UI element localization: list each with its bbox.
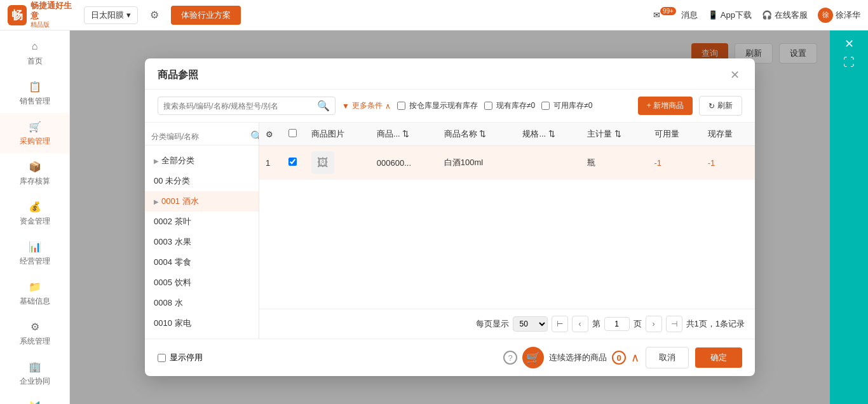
col-unit[interactable]: 主计量 ⇅ xyxy=(581,123,648,146)
available-ne0-checkbox-group: 可用库存≠0 xyxy=(541,100,592,111)
cat-item-0008[interactable]: 0008 水 xyxy=(145,293,259,313)
content-area: 查询 刷新 设置 商品参照 ✕ 🔍 ▼ xyxy=(70,30,830,404)
sort-icon-name: ⇅ xyxy=(479,129,486,138)
cat-item-0005[interactable]: 0005 饮料 xyxy=(145,273,259,293)
system-icon: ⚙ xyxy=(28,320,42,333)
total-info: 共1页，1条记录 xyxy=(686,318,745,330)
messages-btn[interactable]: ✉ 99+ 消息 xyxy=(653,10,698,21)
col-code[interactable]: 商品... ⇅ xyxy=(370,123,438,146)
pagination-row: 每页显示 50 20 100 ⊢ ‹ 第 页 › xyxy=(259,309,755,339)
store-dropdown[interactable]: 日太阳膜 ▾ xyxy=(84,6,138,24)
sidebar-item-enterprise[interactable]: 🏢 企业协同 xyxy=(0,353,69,393)
headset-icon: 🎧 xyxy=(762,10,772,20)
cat-arrow-all: ▶ xyxy=(154,158,159,165)
add-product-btn[interactable]: + 新增商品 xyxy=(638,97,693,115)
settings-icon[interactable]: ⚙ xyxy=(144,5,165,25)
stock-ne0-checkbox[interactable] xyxy=(484,102,492,110)
col-name[interactable]: 商品名称 ⇅ xyxy=(438,123,517,146)
main-layout: ⌂ 首页 📋 销售管理 🛒 采购管理 📦 库存核算 💰 资金管理 📊 经营管理 … xyxy=(0,30,868,404)
chevron-up-icon: ∧ xyxy=(385,102,391,111)
cat-item-all[interactable]: ▶ 全部分类 xyxy=(145,151,259,171)
col-spec[interactable]: 规格... ⇅ xyxy=(516,123,581,146)
page-input[interactable] xyxy=(604,317,630,331)
avatar: 徐 xyxy=(818,8,833,23)
col-image: 商品图片 xyxy=(305,123,370,146)
filter-btn[interactable]: ▼ 更多条件 ∧ xyxy=(342,100,391,111)
warehouse-checkbox[interactable] xyxy=(397,102,405,110)
product-modal: 商品参照 ✕ 🔍 ▼ 更多条件 ∧ 按仓 xyxy=(145,58,755,376)
sidebar-item-finance[interactable]: 💰 资金管理 xyxy=(0,193,69,233)
show-disabled-checkbox[interactable] xyxy=(158,354,166,362)
available-ne0-checkbox[interactable] xyxy=(541,102,550,110)
search-input[interactable] xyxy=(163,102,313,111)
cancel-btn[interactable]: 取消 xyxy=(646,347,689,368)
sidebar-item-system[interactable]: ⚙ 系统管理 xyxy=(0,313,69,353)
sidebar-item-inventory[interactable]: 📦 库存核算 xyxy=(0,153,69,193)
sidebar-label-finance: 资金管理 xyxy=(20,216,50,227)
search-icon[interactable]: 🔍 xyxy=(317,100,330,112)
app-download-label: App下载 xyxy=(721,10,752,21)
modal-toolbar: 🔍 ▼ 更多条件 ∧ 按仓库显示现有库存 现有库存≠0 xyxy=(145,90,755,123)
modal-close-button[interactable]: ✕ xyxy=(727,67,742,83)
cat-item-0001[interactable]: ▶ 0001 酒水 xyxy=(145,191,259,212)
cat-item-0004[interactable]: 0004 零食 xyxy=(145,252,259,273)
first-page-btn[interactable]: ⊢ xyxy=(552,316,568,332)
next-page-btn[interactable]: › xyxy=(646,316,662,332)
cat-label-all: 全部分类 xyxy=(161,155,194,166)
col-settings[interactable]: ⚙ xyxy=(259,123,282,146)
page-size-select[interactable]: 50 20 100 xyxy=(513,316,548,332)
sidebar-item-purchase[interactable]: 🛒 采购管理 xyxy=(0,113,69,153)
cat-item-00[interactable]: 00 未分类 xyxy=(145,171,259,191)
row-stock: -1 xyxy=(702,146,755,180)
cat-search-input[interactable] xyxy=(151,132,247,141)
table-area: ⚙ 商品图片 商品... ⇅ 商品名称 xyxy=(259,123,755,339)
logo-icon: 畅 xyxy=(8,5,27,25)
username: 徐泽华 xyxy=(836,10,860,21)
sidebar: ⌂ 首页 📋 销售管理 🛒 采购管理 📦 库存核算 💰 资金管理 📊 经营管理 … xyxy=(0,30,70,404)
app-download-btn[interactable]: 📱 App下载 xyxy=(708,10,752,21)
cat-item-0010[interactable]: 0010 家电 xyxy=(145,313,259,333)
select-all-checkbox[interactable] xyxy=(288,129,297,137)
col-code-label: 商品... xyxy=(377,129,400,138)
sidebar-item-guide[interactable]: 🔰 新手引导 xyxy=(0,393,69,404)
cat-item-0002[interactable]: 0002 茶叶 xyxy=(145,212,259,232)
row-code: 000600... xyxy=(370,146,438,180)
sidebar-label-purchase: 采购管理 xyxy=(20,136,50,147)
sidebar-item-basic[interactable]: 📁 基础信息 xyxy=(0,273,69,313)
logo-text-group: 畅捷通好生意 精品版 xyxy=(31,1,78,29)
row-checkbox[interactable] xyxy=(288,158,297,166)
customer-service-btn[interactable]: 🎧 在线客服 xyxy=(762,10,808,21)
trial-btn[interactable]: 体验行业方案 xyxy=(171,6,241,25)
collapse-btn[interactable]: ∧ xyxy=(631,351,639,365)
table-body: 1 🖼 xyxy=(259,146,755,180)
cat-label-0008: 0008 水 xyxy=(154,297,183,309)
row-unit: 瓶 xyxy=(581,146,648,180)
close-icon-right[interactable]: ✕ xyxy=(844,37,854,51)
modal-footer: 显示停用 ? 🛒 连续选择的商品 0 ∧ 取消 确定 xyxy=(145,339,755,376)
col-available: 可用量 xyxy=(648,123,702,146)
refresh-icon: ↻ xyxy=(709,102,715,111)
help-icon[interactable]: ? xyxy=(503,351,517,365)
phone-icon: 📱 xyxy=(708,10,718,20)
prev-page-btn[interactable]: ‹ xyxy=(572,316,588,332)
sidebar-label-sales: 销售管理 xyxy=(20,96,50,107)
table-row[interactable]: 1 🖼 xyxy=(259,146,755,180)
expand-icon-right[interactable]: ⛶ xyxy=(843,56,855,69)
row-checkbox-cell[interactable] xyxy=(282,146,305,180)
cat-search-icon[interactable]: 🔍 xyxy=(250,130,259,142)
confirm-btn[interactable]: 确定 xyxy=(695,347,742,368)
col-checkbox-all[interactable] xyxy=(282,123,305,146)
business-icon: 📊 xyxy=(28,239,42,253)
inventory-icon: 📦 xyxy=(28,159,42,173)
cart-icon[interactable]: 🛒 xyxy=(522,347,544,368)
user-menu[interactable]: 徐 徐泽华 xyxy=(818,8,860,23)
sidebar-item-sales[interactable]: 📋 销售管理 xyxy=(0,73,69,113)
home-icon: ⌂ xyxy=(28,39,42,53)
last-page-btn[interactable]: ⊣ xyxy=(666,316,682,332)
sidebar-item-business[interactable]: 📊 经营管理 xyxy=(0,233,69,273)
available-ne0-label: 可用库存≠0 xyxy=(553,100,592,111)
refresh-btn[interactable]: ↻ 刷新 xyxy=(699,96,742,116)
sidebar-item-home[interactable]: ⌂ 首页 xyxy=(0,33,69,73)
cat-item-0003[interactable]: 0003 水果 xyxy=(145,232,259,252)
navbar-right: ✉ 99+ 消息 📱 App下载 🎧 在线客服 徐 徐泽华 xyxy=(653,8,860,23)
